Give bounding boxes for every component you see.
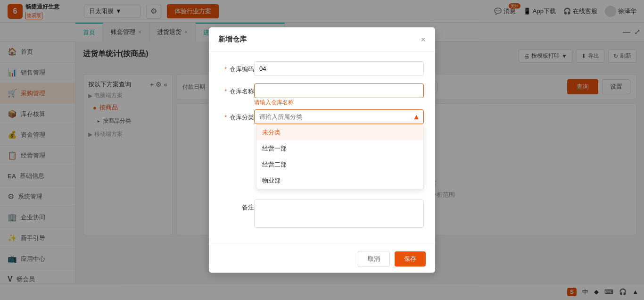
dropdown-item-ops2[interactable]: 经营二部 [256, 157, 423, 173]
save-btn[interactable]: 保存 [395, 251, 426, 267]
dropdown-item-property[interactable]: 物业部 [256, 173, 423, 189]
warehouse-code-input[interactable] [254, 61, 424, 76]
name-error-msg: 请输入仓库名称 [254, 99, 294, 107]
warehouse-name-input[interactable] [254, 83, 424, 98]
add-warehouse-dialog: 新增仓库 × * 仓库编码 * 仓库名称 请输入仓库名称 * [209, 27, 435, 273]
dialog-close-icon[interactable]: × [421, 35, 426, 44]
chevron-up-icon[interactable]: ▲ [413, 113, 420, 121]
name-field-wrapper: 请输入仓库名称 [254, 83, 424, 98]
name-label: * 仓库名称 [220, 83, 254, 96]
required-star: * [224, 66, 227, 73]
form-row-name: * 仓库名称 请输入仓库名称 [220, 83, 424, 98]
code-label: * 仓库编码 [220, 61, 254, 74]
warehouse-note-input[interactable] [254, 200, 424, 228]
dialog-body: * 仓库编码 * 仓库名称 请输入仓库名称 * 仓库分类 ▲ [209, 52, 435, 245]
form-row-category: * 仓库分类 ▲ 未分类 经营一部 经营二部 物业部 [220, 109, 424, 124]
form-row-code: * 仓库编码 [220, 61, 424, 76]
category-input[interactable] [254, 109, 424, 124]
dialog-footer: 取消 保存 [209, 245, 435, 273]
category-field-wrapper: ▲ [254, 109, 424, 124]
cancel-btn[interactable]: 取消 [358, 251, 390, 267]
category-dropdown: 未分类 经营一部 经营二部 物业部 [256, 124, 424, 189]
dropdown-item-uncategorized[interactable]: 未分类 [256, 125, 423, 141]
note-label: 备注 [220, 200, 254, 212]
form-row-note: 备注 [220, 200, 424, 228]
dialog-header: 新增仓库 × [209, 27, 435, 52]
dialog-title: 新增仓库 [218, 35, 247, 44]
dropdown-item-ops1[interactable]: 经营一部 [256, 141, 423, 157]
category-label: * 仓库分类 [220, 109, 254, 122]
